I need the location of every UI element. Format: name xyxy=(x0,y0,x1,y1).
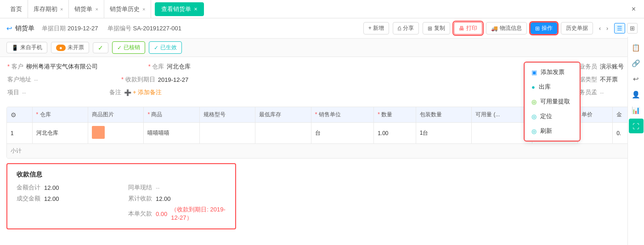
tab-stock-init[interactable]: 库存期初 × xyxy=(28,0,69,18)
due-hint: （收款到期日: 2019-12-27） xyxy=(171,205,226,222)
tab-check-sales-close[interactable]: × xyxy=(194,6,198,12)
effective-label: 已生效 xyxy=(160,44,177,51)
customer-field: 客户 柳州粤港平安气体有限公司 xyxy=(7,63,98,71)
add-note-button[interactable]: ➕ + 添加备注 xyxy=(124,88,162,97)
operations-label: 操作 xyxy=(542,24,553,32)
sidebar-icon-5[interactable]: 📊 xyxy=(629,103,644,118)
sidebar-icon-2[interactable]: 🔗 xyxy=(629,56,644,71)
print-button[interactable]: 🖶 打印 xyxy=(454,22,482,34)
transaction-row: 成交金额 12.00 xyxy=(17,194,114,203)
project-value[interactable]: -- xyxy=(22,89,59,96)
operations-button[interactable]: ⊞ 操作 xyxy=(531,23,557,34)
td-spec xyxy=(199,123,255,144)
tab-stock-init-close[interactable]: × xyxy=(60,6,63,12)
address-value[interactable]: -- xyxy=(34,76,71,83)
td-image xyxy=(88,123,144,144)
th-available: 可用量 (... xyxy=(472,107,532,123)
address-label: 客户地址 xyxy=(7,75,31,84)
share-button[interactable]: ⎙ 分享 xyxy=(393,22,419,34)
effective-icon: ✓ xyxy=(154,45,158,51)
sidebar-icon-expand[interactable]: ⛶ xyxy=(629,119,644,133)
from-phone-label: 来自手机 xyxy=(20,44,42,51)
due-date-label: 收款到期日 xyxy=(121,75,155,84)
next-arrow[interactable]: › xyxy=(604,24,610,33)
sold-out-icon: ✓ xyxy=(117,45,122,51)
main-content: ↩ 销货单 单据日期 2019-12-27 单据编号 SA-20191227-0… xyxy=(0,18,644,245)
not-open-button[interactable]: ● 未开票 xyxy=(51,42,89,53)
from-phone-button[interactable]: 📱 来自手机 xyxy=(6,42,47,53)
grid-view-icon[interactable]: ⊞ xyxy=(627,23,638,34)
td-quantity: 1.00 xyxy=(374,123,416,144)
check1-button[interactable]: ✓ xyxy=(93,42,108,53)
not-open-label: 未开票 xyxy=(68,44,84,51)
add-invoice-label: 添加发票 xyxy=(541,68,565,76)
doc-type-icon: ↩ xyxy=(6,24,12,33)
sidebar-icon-3[interactable]: ↩ xyxy=(629,72,644,86)
total-amount-row: 金额合计 12.00 xyxy=(17,183,114,192)
new-button[interactable]: + 新增 xyxy=(363,22,389,34)
dropdown-locate[interactable]: ◎ 定位 xyxy=(525,109,579,124)
effective-button[interactable]: ✓ 已生效 xyxy=(149,41,182,54)
tab-sales-history[interactable]: 销货单历史 × xyxy=(104,0,151,18)
header-actions: + 新增 ⎙ 分享 ⊞ 复制 🖶 打印 🚚 物流信息 xyxy=(363,22,638,34)
not-open-badge: ● xyxy=(56,45,66,51)
sidebar-icon-1[interactable]: 📋 xyxy=(629,40,644,55)
sold-out-button[interactable]: ✓ 已核销 xyxy=(112,41,145,54)
sidebar-icon-4[interactable]: 👤 xyxy=(629,87,644,102)
refresh-label: 刷新 xyxy=(540,127,552,135)
copy-button[interactable]: ⊞ 复制 xyxy=(423,22,450,34)
td-available xyxy=(472,123,532,144)
history-button[interactable]: 历史单据 xyxy=(561,22,593,34)
th-min-stock: 最低库存 xyxy=(255,107,311,123)
cumulative-label: 累计收款 xyxy=(128,194,152,203)
doc-title: ↩ 销货单 xyxy=(6,24,34,33)
warehouse-label: 仓库 xyxy=(148,63,164,71)
header-bar: ↩ 销货单 单据日期 2019-12-27 单据编号 SA-20191227-0… xyxy=(0,18,644,39)
same-order-value: -- xyxy=(156,184,160,191)
th-gear[interactable]: ⚙ xyxy=(7,107,32,123)
print-label: 打印 xyxy=(466,24,477,32)
dropdown-refresh[interactable]: ◎ 刷新 xyxy=(525,124,579,138)
right-sidebar: 📋 🔗 ↩ 👤 📊 ⛶ xyxy=(627,37,644,245)
available-qty-icon: ◎ xyxy=(531,98,537,105)
history-label: 历史单据 xyxy=(566,24,588,32)
tab-sales-order[interactable]: 销货单 × xyxy=(69,0,104,18)
number-meta: 单据编号 SA-20191227-001 xyxy=(107,24,182,33)
same-order-label: 同单现结 xyxy=(128,183,152,192)
td-sales-unit: 台 xyxy=(311,123,373,144)
date-meta: 单据日期 2019-12-27 xyxy=(42,24,98,33)
th-quantity: * 数量 xyxy=(374,107,416,123)
note-field: 备注 ➕ + 添加备注 xyxy=(109,88,162,97)
td-min-stock xyxy=(255,123,311,144)
prev-arrow[interactable]: ‹ xyxy=(597,24,603,33)
add-note-icon: ➕ xyxy=(124,89,131,96)
warehouse-value[interactable]: 河北仓库 xyxy=(167,63,203,71)
tab-home[interactable]: 首页 xyxy=(5,0,28,18)
th-image: 商品图片 xyxy=(88,107,144,123)
due-date-value[interactable]: 2019-12-27 xyxy=(158,76,195,83)
tab-sales-order-close[interactable]: × xyxy=(95,6,98,12)
project-label: 项目 xyxy=(7,88,19,97)
list-view-icon[interactable]: ☰ xyxy=(614,23,625,34)
td-index: 1 xyxy=(7,123,32,144)
dropdown-add-invoice[interactable]: ▣ 添加发票 xyxy=(525,65,579,80)
view-icons: ☰ ⊞ xyxy=(614,23,638,34)
customer-value[interactable]: 柳州粤港平安气体有限公司 xyxy=(26,63,98,71)
tab-home-label: 首页 xyxy=(10,5,22,13)
td-pack-qty: 1台 xyxy=(416,123,471,144)
total-amount-value: 12.00 xyxy=(44,184,59,191)
dropdown-available-qty[interactable]: ◎ 可用量提取 xyxy=(525,94,579,109)
number-value: SA-20191227-001 xyxy=(133,25,182,32)
outbound-label: 出库 xyxy=(539,83,551,91)
dropdown-outbound[interactable]: ● 出库 xyxy=(525,80,579,94)
td-product: 嘻嘻嘻嘻 xyxy=(144,123,199,144)
operations-icon: ⊞ xyxy=(535,25,540,32)
tab-sales-history-close[interactable]: × xyxy=(142,6,145,12)
cumulative-row: 累计收款 12.00 xyxy=(128,194,226,203)
tab-check-sales[interactable]: 查看销货单 × xyxy=(155,2,204,16)
td-unit-price xyxy=(577,123,613,144)
logistics-button[interactable]: 🚚 物流信息 xyxy=(486,22,527,34)
add-invoice-icon: ▣ xyxy=(531,69,537,76)
window-close-button[interactable]: × xyxy=(628,3,639,15)
tab-sales-order-label: 销货单 xyxy=(74,5,92,13)
